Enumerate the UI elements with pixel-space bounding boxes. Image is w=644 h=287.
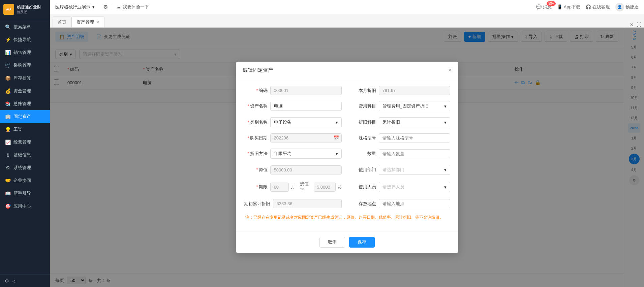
form-item-code: *编码 <box>244 86 342 95</box>
settings-bottom-icon[interactable]: ⚙ <box>5 278 9 284</box>
dep-account-select[interactable]: 累计折旧 ▾ <box>379 117 450 127</box>
sidebar-item-operations[interactable]: 📈 经营管理 <box>0 136 50 149</box>
chevron-down-icon8: ▾ <box>336 151 338 156</box>
dep-method-select[interactable]: 年限平均 ▾ <box>270 149 342 159</box>
user-select[interactable]: 请选择人员 ▾ <box>379 182 450 192</box>
feedback-btn[interactable]: ☁ 我要体验一下 <box>116 4 149 10</box>
form-row-4: *购买日期 📅 规格型号 <box>244 133 450 142</box>
modal-body: *编码 本月折旧 *资产名称 <box>236 79 458 231</box>
calendar-icon: 📅 <box>334 135 339 140</box>
sidebar-item-label: 工资 <box>13 126 22 132</box>
form-row-5: *折旧方法 年限平均 ▾ 数量 <box>244 149 450 159</box>
sidebar-item-collab[interactable]: 🤝 企业协同 <box>0 174 50 187</box>
customer-service-btn[interactable]: 🎧 在线客服 <box>586 4 610 10</box>
cancel-button[interactable]: 取消 <box>319 237 345 248</box>
building-icon: 🏢 <box>5 114 11 120</box>
gear-icon: ⚙ <box>5 165 11 171</box>
save-button[interactable]: 保存 <box>349 237 375 248</box>
sidebar-item-inventory[interactable]: 📦 库存核算 <box>0 72 50 85</box>
sidebar-item-label: 库存核算 <box>13 75 31 81</box>
sidebar-item-fixed-assets[interactable]: 🏢 固定资产 <box>0 110 50 123</box>
app-download-btn[interactable]: 📱 App下载 <box>557 4 580 10</box>
sidebar-item-app-center[interactable]: 🎯 应用中心 <box>0 200 50 213</box>
book-icon: 📚 <box>5 101 11 107</box>
sidebar-item-system[interactable]: ⚙ 系统管理 <box>0 161 50 174</box>
sidebar-item-guide[interactable]: 📖 新手引导 <box>0 187 50 200</box>
sidebar-item-ledger[interactable]: 📚 总账管理 <box>0 97 50 110</box>
form-item-dep-account: 折旧科目 累计折旧 ▾ <box>352 117 450 127</box>
residual-rate-input <box>314 183 336 192</box>
sidebar-logo: AtA 畅捷通好业财 普及版 <box>0 0 50 19</box>
tab-home[interactable]: 首页 <box>53 17 71 27</box>
form-item-monthly-dep: 本月折旧 <box>352 86 450 95</box>
tabbar: 首页 资产管理 ✕ ✕ ⛶ <box>50 14 644 28</box>
form-item-department: 使用部门 请选择部门 ▾ <box>352 165 450 175</box>
form-item-purchase-date: *购买日期 📅 <box>244 133 342 142</box>
topbar: 医疗器械行业演示 ▾ ⚙ ☁ 我要体验一下 💬 消息 99+ 📱 App下载 🎧… <box>50 0 644 14</box>
form-item-spec: 规格型号 <box>352 133 450 142</box>
location-input[interactable] <box>379 199 450 208</box>
expense-account-select[interactable]: 管理费用_固定资产折旧 ▾ <box>379 101 450 111</box>
search-icon: 🔍 <box>5 24 11 30</box>
page-content: 📋 资产明细 📄 变更生成凭证 刘账 + 新增 <box>50 28 644 287</box>
form-item-asset-name: *资产名称 <box>244 101 342 111</box>
window-close-icon[interactable]: ✕ <box>630 22 634 27</box>
modal-footer: 取消 保存 <box>236 231 458 253</box>
form-item-initial-dep: 期初累计折旧 <box>244 199 342 208</box>
sidebar-item-label: 总账管理 <box>13 101 31 107</box>
sidebar-item-finance[interactable]: 💰 资金管理 <box>0 85 50 97</box>
sidebar-item-label: 系统管理 <box>13 165 31 171</box>
money-icon: 💰 <box>5 88 11 94</box>
department-label: 使用部门 <box>352 167 376 173</box>
app-edition: 普及版 <box>17 10 41 14</box>
avatar: 👤 <box>615 3 624 11</box>
modal-header: 编辑固定资产 × <box>236 62 458 79</box>
form-item-dep-method: *折旧方法 年限平均 ▾ <box>244 149 342 159</box>
asset-name-input[interactable] <box>270 102 342 111</box>
sidebar-item-label: 企业协同 <box>13 178 31 184</box>
topbar-settings-icon[interactable]: ⚙ <box>103 4 108 10</box>
box-icon: 📦 <box>5 75 11 81</box>
app-label: App下载 <box>564 4 580 10</box>
headset-icon: 🎧 <box>586 4 591 9</box>
tab-close-icon[interactable]: ✕ <box>96 20 99 25</box>
sidebar-nav: 🔍 搜索菜单 ⚡ 快捷导航 📊 销售管理 🛒 采购管理 📦 库存核算 💰 资金管… <box>0 19 50 275</box>
info-icon: ℹ <box>5 152 11 158</box>
message-btn[interactable]: 💬 消息 99+ <box>536 4 552 10</box>
code-input[interactable] <box>270 86 342 95</box>
tab-home-label: 首页 <box>58 19 66 25</box>
form-row-7: *期限 月 残值率 % 使用人员 <box>244 181 450 193</box>
rate-unit: % <box>338 185 342 190</box>
modal-close-btn[interactable]: × <box>448 67 451 73</box>
sidebar: AtA 畅捷通好业财 普及版 🔍 搜索菜单 ⚡ 快捷导航 📊 销售管理 🛒 采购… <box>0 0 50 287</box>
user-profile-btn[interactable]: 👤 畅捷通 <box>615 3 639 11</box>
sidebar-item-sales[interactable]: 📊 销售管理 <box>0 46 50 59</box>
avatar-icon: 👤 <box>617 5 622 9</box>
tab-asset-management[interactable]: 资产管理 ✕ <box>71 17 104 27</box>
dep-method-value: 年限平均 <box>274 151 292 157</box>
spec-input[interactable] <box>379 133 450 142</box>
project-selector[interactable]: 医疗器械行业演示 ▾ <box>55 4 95 10</box>
purchase-date-input[interactable] <box>270 133 342 142</box>
quantity-input[interactable] <box>379 149 450 158</box>
guide-icon: 📖 <box>5 190 11 196</box>
monthly-dep-label: 本月折旧 <box>352 88 376 94</box>
sidebar-item-label: 经营管理 <box>13 139 31 145</box>
topbar-divider <box>99 4 99 10</box>
category-select[interactable]: 电子设备 ▾ <box>270 117 342 127</box>
topbar-divider2 <box>112 4 112 10</box>
collapse-icon[interactable]: ◁ <box>12 278 16 284</box>
department-select[interactable]: 请选择部门 ▾ <box>379 165 450 175</box>
form-item-category: *类别名称 电子设备 ▾ <box>244 117 342 127</box>
category-value: 电子设备 <box>274 119 292 125</box>
sidebar-item-payroll[interactable]: 👷 工资 <box>0 123 50 136</box>
chart-icon: 📊 <box>5 50 11 56</box>
sidebar-item-purchase[interactable]: 🛒 采购管理 <box>0 59 50 72</box>
service-label: 在线客服 <box>592 4 610 10</box>
form-row-8: 期初累计折旧 存放地点 <box>244 199 450 208</box>
sidebar-item-quicknav[interactable]: ⚡ 快捷导航 <box>0 33 50 46</box>
sidebar-item-basic-info[interactable]: ℹ 基础信息 <box>0 149 50 161</box>
window-expand-icon[interactable]: ⛶ <box>637 22 641 27</box>
spec-label: 规格型号 <box>352 135 376 141</box>
sidebar-item-search[interactable]: 🔍 搜索菜单 <box>0 21 50 33</box>
